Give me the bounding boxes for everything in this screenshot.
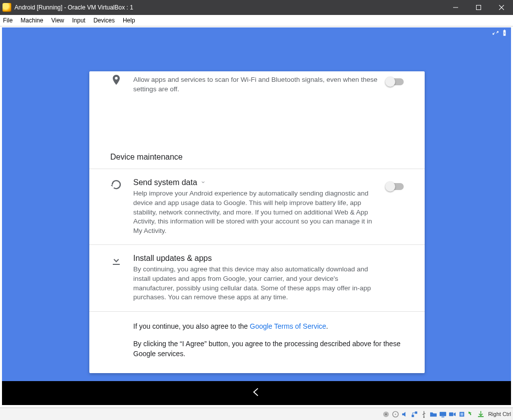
menu-help[interactable]: Help bbox=[123, 17, 135, 24]
sb-keyboard-icon[interactable] bbox=[477, 410, 485, 418]
row-send-system-data[interactable]: Send system data Help improve your Andro… bbox=[89, 169, 425, 244]
svg-rect-0 bbox=[477, 5, 481, 10]
android-navbar bbox=[2, 381, 511, 405]
maximize-button[interactable] bbox=[467, 0, 490, 15]
svg-rect-12 bbox=[449, 412, 453, 416]
toggle-location-scanning[interactable] bbox=[387, 78, 404, 85]
virtualbox-logo-icon bbox=[2, 3, 11, 12]
google-services-card: Allow apps and services to scan for Wi-F… bbox=[89, 71, 425, 373]
window-title: Android [Running] - Oracle VM VirtualBox… bbox=[14, 4, 133, 11]
svg-rect-2 bbox=[504, 30, 505, 30]
location-scanning-desc: Allow apps and services to scan for Wi-F… bbox=[133, 75, 381, 94]
chevron-down-icon bbox=[200, 178, 206, 187]
svg-rect-11 bbox=[442, 417, 445, 417]
row-location-scanning: Allow apps and services to scan for Wi-F… bbox=[89, 71, 425, 103]
send-system-data-desc: Help improve your Android experience by … bbox=[133, 189, 381, 235]
sb-recording-icon[interactable] bbox=[448, 410, 457, 418]
send-system-data-title-text: Send system data bbox=[133, 178, 197, 187]
google-tos-link[interactable]: Google Terms of Service bbox=[250, 322, 326, 330]
guest-viewport: Allow apps and services to scan for Wi-F… bbox=[2, 27, 511, 405]
sb-optical-icon[interactable] bbox=[391, 410, 400, 418]
download-icon bbox=[110, 254, 122, 302]
toggle-send-system-data[interactable] bbox=[387, 183, 404, 190]
app-root: Android [Running] - Oracle VM VirtualBox… bbox=[0, 0, 513, 420]
svg-rect-10 bbox=[440, 412, 446, 416]
svg-rect-14 bbox=[461, 413, 464, 416]
svg-point-4 bbox=[385, 414, 387, 415]
sb-hostkey-label: Right Ctrl bbox=[488, 411, 511, 417]
sb-display-icon[interactable] bbox=[439, 410, 447, 418]
svg-rect-7 bbox=[412, 415, 414, 417]
minimize-button[interactable] bbox=[444, 0, 467, 15]
menu-input[interactable]: Input bbox=[72, 17, 86, 24]
tos-line: If you continue, you also agree to the G… bbox=[133, 322, 404, 332]
agree-explain: By clicking the “I Agree” button, you ag… bbox=[133, 339, 404, 359]
card-footer: If you continue, you also agree to the G… bbox=[89, 311, 425, 373]
battery-charging-icon bbox=[501, 29, 508, 36]
install-updates-desc: By continuing, you agree that this devic… bbox=[133, 265, 381, 302]
tos-suffix: . bbox=[326, 322, 328, 330]
svg-rect-15 bbox=[478, 416, 484, 417]
expand-icon bbox=[492, 29, 499, 36]
menu-view[interactable]: View bbox=[51, 17, 64, 24]
menu-devices[interactable]: Devices bbox=[93, 17, 115, 24]
location-icon bbox=[110, 74, 122, 94]
sb-shared-folders-icon[interactable] bbox=[429, 410, 438, 418]
back-button[interactable] bbox=[251, 387, 262, 400]
close-button[interactable] bbox=[490, 0, 513, 15]
virtualbox-statusbar: Right Ctrl bbox=[0, 408, 513, 420]
window-titlebar: Android [Running] - Oracle VM VirtualBox… bbox=[0, 0, 513, 15]
svg-point-6 bbox=[395, 414, 396, 415]
refresh-icon bbox=[110, 179, 122, 235]
svg-point-9 bbox=[423, 416, 425, 418]
tos-prefix: If you continue, you also agree to the bbox=[133, 322, 250, 330]
menubar: File Machine View Input Devices Help bbox=[0, 15, 513, 26]
row-body: Allow apps and services to scan for Wi-F… bbox=[133, 73, 381, 94]
android-statusbar bbox=[492, 29, 508, 36]
section-heading-device-maintenance: Device maintenance bbox=[89, 153, 425, 162]
sb-network-icon[interactable] bbox=[410, 410, 419, 418]
send-system-data-title: Send system data bbox=[133, 178, 381, 187]
android-screen: Allow apps and services to scan for Wi-F… bbox=[2, 27, 511, 405]
row-install-updates: Install updates & apps By continuing, yo… bbox=[89, 244, 425, 311]
sb-harddisk-icon[interactable] bbox=[382, 410, 390, 418]
menu-machine[interactable]: Machine bbox=[20, 17, 43, 24]
sb-usb-icon[interactable] bbox=[420, 410, 428, 418]
install-updates-title: Install updates & apps bbox=[133, 254, 381, 263]
menu-file[interactable]: File bbox=[3, 17, 12, 24]
sb-cpu-icon[interactable] bbox=[458, 410, 466, 418]
sb-mouse-icon[interactable] bbox=[467, 410, 476, 418]
sb-audio-icon[interactable] bbox=[401, 410, 409, 418]
